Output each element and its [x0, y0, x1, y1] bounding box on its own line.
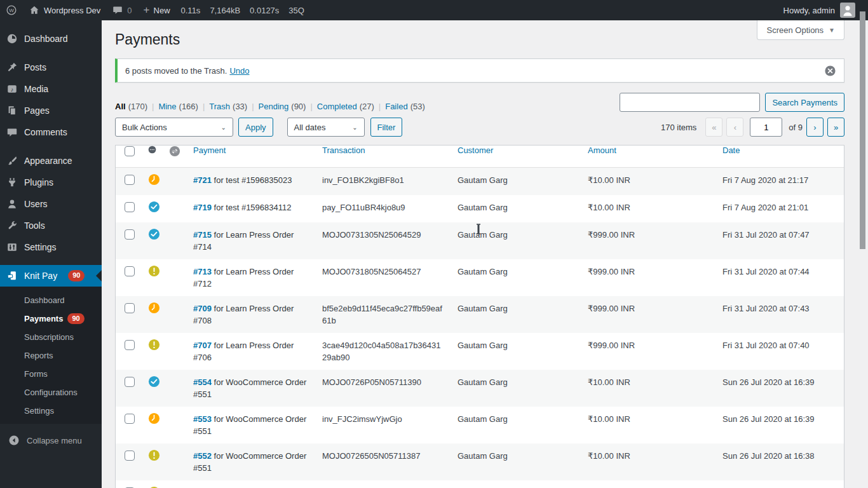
- sidebar-item-media[interactable]: ♪ Media: [0, 78, 102, 100]
- sidebar-subitem-dashboard[interactable]: Dashboard: [0, 291, 102, 309]
- payment-id-link[interactable]: #553: [193, 414, 212, 424]
- filter-link-completed[interactable]: Completed: [317, 102, 357, 111]
- sidebar-item-appearance[interactable]: Appearance: [0, 150, 102, 172]
- sidebar-item-settings[interactable]: Settings: [0, 236, 102, 258]
- wordpress-logo-menu[interactable]: W: [0, 0, 23, 20]
- sidebar-subitem-configurations[interactable]: Configurations: [0, 383, 102, 402]
- sidebar-item-pages[interactable]: Pages: [0, 100, 102, 121]
- filter-button[interactable]: Filter: [370, 118, 403, 137]
- current-page-input[interactable]: [750, 118, 782, 137]
- sidebar-subitem-forms[interactable]: Forms: [0, 365, 102, 383]
- row-checkbox[interactable]: [125, 377, 135, 387]
- users-icon: [6, 198, 18, 210]
- plus-icon: +: [144, 4, 150, 15]
- select-all-checkbox[interactable]: [125, 146, 135, 156]
- row-checkbox[interactable]: [125, 175, 135, 185]
- comments-shortcut[interactable]: 0: [106, 0, 137, 20]
- date: Fri 7 Aug 2020 at 21:17: [716, 167, 844, 195]
- sidebar-item-users[interactable]: Users: [0, 193, 102, 215]
- sidebar-item-dashboard[interactable]: Dashboard: [0, 28, 102, 50]
- table-row: #721 for test #1596835023 inv_FO1BK2kgiB…: [116, 167, 844, 195]
- items-count: 170 items: [661, 123, 696, 132]
- sidebar-item-knit-pay[interactable]: Knit Pay 90: [0, 265, 102, 287]
- filter-link-all[interactable]: All: [115, 102, 126, 111]
- date: Fri 31 Jul 2020 at 07:47: [716, 222, 844, 259]
- bulk-actions-value: Bulk Actions: [122, 123, 167, 132]
- collapse-menu-button[interactable]: Collapse menu: [0, 430, 102, 451]
- dismiss-notice-icon[interactable]: [824, 65, 836, 77]
- collapse-arrow-icon: [8, 434, 20, 447]
- column-header-amount[interactable]: Amount: [588, 146, 616, 155]
- admin-sidebar: Dashboard Posts ♪ Media Pages Comments A…: [0, 20, 102, 488]
- filter-link-pending[interactable]: Pending: [259, 102, 289, 111]
- first-page-button[interactable]: «: [705, 118, 722, 137]
- last-page-button[interactable]: »: [827, 118, 844, 137]
- date: Fri 31 Jul 2020 at 07:40: [716, 333, 844, 370]
- search-input[interactable]: [620, 93, 760, 112]
- row-checkbox[interactable]: [125, 229, 135, 240]
- payment-id-link[interactable]: #713: [193, 267, 212, 276]
- sidebar-item-label: Knit Pay: [24, 271, 57, 281]
- sidebar-item-comments[interactable]: Comments: [0, 121, 102, 143]
- sidebar-subitem-payments[interactable]: Payments 90: [0, 309, 102, 328]
- payment-id-link[interactable]: #552: [193, 451, 212, 461]
- undo-link[interactable]: Undo: [229, 66, 249, 76]
- column-header-payment[interactable]: Payment: [193, 146, 226, 155]
- status-pending-icon: [148, 173, 160, 186]
- row-checkbox[interactable]: [125, 340, 135, 350]
- filter-failed: Failed(53): [374, 102, 425, 111]
- new-content-menu[interactable]: + New: [138, 0, 176, 20]
- screen-options-button[interactable]: Screen Options ▼: [757, 20, 844, 40]
- status-completed-icon: [148, 376, 160, 388]
- vertical-scrollbar-thumb[interactable]: [860, 11, 865, 249]
- sidebar-subitem-reports[interactable]: Reports: [0, 346, 102, 365]
- bulk-actions-select[interactable]: Bulk Actions ⌄: [115, 118, 233, 137]
- date-filter-select[interactable]: All dates ⌄: [287, 118, 365, 137]
- filter-link-mine[interactable]: Mine: [158, 102, 176, 111]
- row-checkbox[interactable]: [125, 266, 135, 276]
- transaction-id: MOJO0731305N25064529: [316, 222, 451, 259]
- payment-id-link[interactable]: #721: [193, 175, 212, 185]
- admin-bar: W Wordpress Dev 0 + New 0.11s7,164kB0.01…: [0, 0, 868, 20]
- filter-link-trash[interactable]: Trash: [209, 102, 230, 111]
- avatar[interactable]: [840, 3, 855, 18]
- next-page-button[interactable]: ›: [806, 118, 824, 137]
- plugins-icon: [6, 177, 18, 188]
- apply-button[interactable]: Apply: [238, 118, 273, 137]
- chevron-down-icon: ⌄: [221, 124, 226, 131]
- date: Sun 26 Jul 2020 at 16:39: [716, 407, 844, 444]
- payment-id-link[interactable]: #554: [193, 377, 212, 387]
- filter-link-failed[interactable]: Failed: [385, 102, 407, 111]
- payment-id-link[interactable]: #709: [193, 304, 212, 313]
- tools-icon: [6, 220, 18, 231]
- payment-id-link[interactable]: #719: [193, 203, 212, 212]
- status-pending-icon: [148, 412, 160, 424]
- filter-count: (166): [179, 102, 198, 111]
- stat-value: 35Q: [288, 6, 304, 15]
- howdy-text[interactable]: Howdy, admin: [783, 6, 835, 15]
- media-icon: ♪: [6, 83, 18, 95]
- prev-page-button[interactable]: ‹: [726, 118, 743, 137]
- sidebar-subitem-settings[interactable]: Settings: [0, 402, 102, 420]
- transaction-id: MOJO0726P05N05711390: [316, 370, 451, 407]
- row-checkbox[interactable]: [125, 202, 135, 212]
- status-column-icon: [148, 146, 156, 154]
- row-checkbox[interactable]: [125, 414, 135, 424]
- collapse-menu-label: Collapse menu: [27, 436, 82, 445]
- sidebar-subitem-subscriptions[interactable]: Subscriptions: [0, 328, 102, 346]
- table-row: #719 for test #1596834112 pay_FO11uBR4kj…: [116, 195, 844, 222]
- row-checkbox[interactable]: [125, 303, 135, 313]
- search-payments-button[interactable]: Search Payments: [765, 93, 844, 112]
- amount: ₹999.00 INR: [581, 333, 716, 370]
- sidebar-item-tools[interactable]: Tools: [0, 215, 102, 236]
- column-header-customer[interactable]: Customer: [458, 146, 493, 155]
- sidebar-item-posts[interactable]: Posts: [0, 57, 102, 78]
- comments-count: 0: [127, 6, 132, 15]
- payment-id-link[interactable]: #715: [193, 230, 212, 240]
- site-name-link[interactable]: Wordpress Dev: [23, 0, 106, 20]
- payment-id-link[interactable]: #707: [193, 341, 212, 350]
- column-header-date[interactable]: Date: [722, 146, 740, 155]
- column-header-transaction[interactable]: Transaction: [322, 146, 365, 155]
- sidebar-item-plugins[interactable]: Plugins: [0, 172, 102, 193]
- row-checkbox[interactable]: [125, 451, 135, 461]
